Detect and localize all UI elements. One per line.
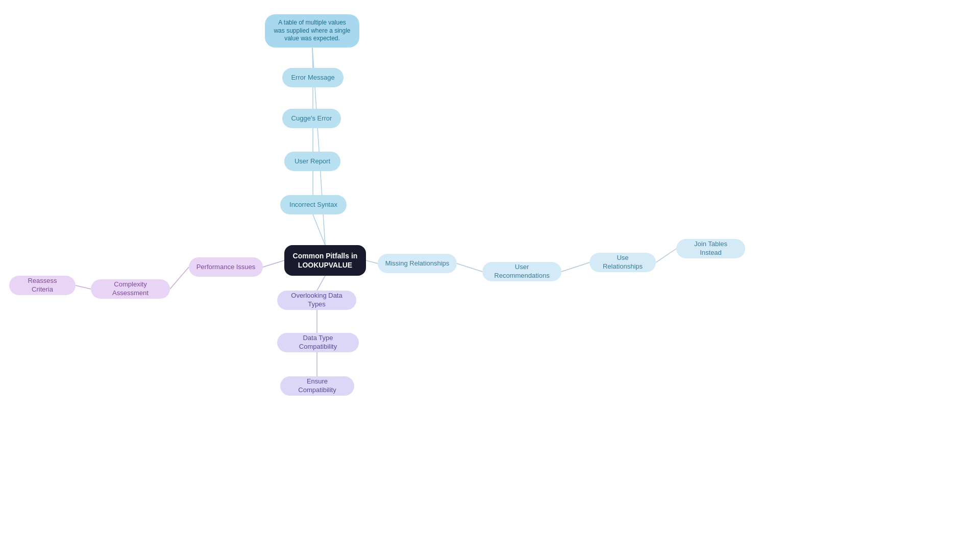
description-node[interactable]: A table of multiple values was supplied … — [265, 14, 359, 47]
svg-line-6 — [366, 260, 378, 263]
overlooking-data-types-node[interactable]: Overlooking Data Types — [277, 291, 356, 310]
data-type-compatibility-node[interactable]: Data Type Compatibility — [277, 333, 359, 352]
join-tables-instead-node[interactable]: Join Tables Instead — [676, 239, 745, 258]
incorrect-syntax-node[interactable]: Incorrect Syntax — [280, 195, 347, 214]
svg-line-1 — [312, 47, 313, 68]
center-node[interactable]: Common Pitfalls in LOOKUPVALUE — [284, 245, 366, 276]
svg-line-12 — [76, 285, 91, 289]
svg-line-9 — [656, 249, 676, 262]
svg-line-13 — [317, 276, 325, 291]
use-relationships-node[interactable]: Use Relationships — [590, 253, 656, 272]
missing-relationships-node[interactable]: Missing Relationships — [378, 254, 457, 273]
reassess-criteria-node[interactable]: Reassess Criteria — [9, 276, 76, 295]
error-message-node[interactable]: Error Message — [282, 68, 344, 87]
user-recommendations-node[interactable]: User Recommendations — [482, 262, 561, 281]
svg-line-10 — [263, 260, 284, 267]
ensure-compatibility-node[interactable]: Ensure Compatibility — [280, 376, 354, 396]
user-report-node[interactable]: User Report — [284, 152, 340, 171]
svg-line-5 — [313, 214, 325, 245]
performance-issues-node[interactable]: Performance Issues — [189, 257, 263, 277]
svg-line-7 — [457, 263, 482, 272]
complexity-assessment-node[interactable]: Complexity Assessment — [91, 279, 170, 299]
svg-line-11 — [170, 267, 189, 289]
svg-line-8 — [561, 262, 590, 272]
cugges-error-node[interactable]: Cugge's Error — [282, 109, 341, 128]
